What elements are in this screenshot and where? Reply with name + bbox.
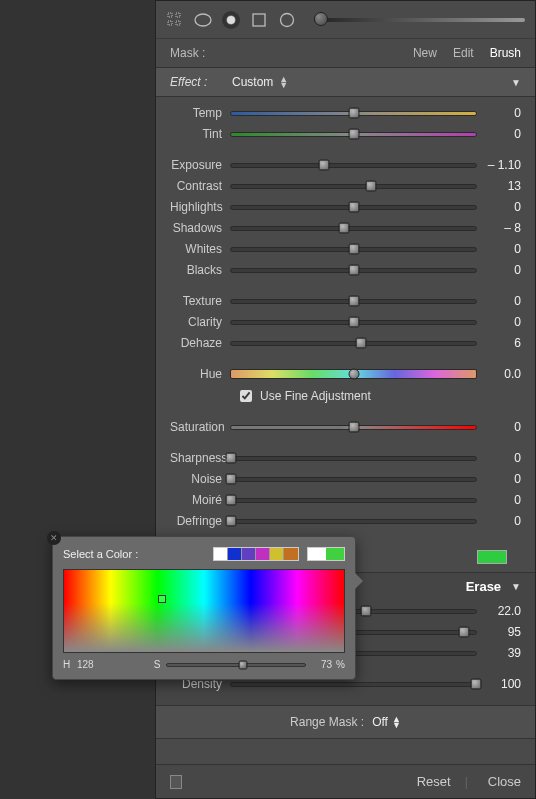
picker-s-value[interactable]: 73: [312, 659, 332, 670]
picker-swatch[interactable]: [326, 548, 344, 560]
blacks-label: Blacks: [170, 263, 230, 277]
effect-disclosure-icon[interactable]: ▼: [511, 77, 521, 88]
feather-value[interactable]: 95: [477, 625, 521, 639]
temp-slider[interactable]: [230, 111, 477, 116]
range-mask-value: Off: [372, 715, 388, 729]
shadows-value[interactable]: – 8: [477, 221, 521, 235]
tint-label: Tint: [170, 127, 230, 141]
effect-dropdown[interactable]: Custom ▲▼: [232, 75, 288, 89]
whites-slider[interactable]: [230, 247, 477, 252]
close-button[interactable]: Close: [488, 774, 521, 789]
texture-value[interactable]: 0: [477, 294, 521, 308]
picker-s-slider[interactable]: [166, 663, 306, 667]
shadows-slider[interactable]: [230, 226, 477, 231]
sharpness-value[interactable]: 0: [477, 451, 521, 465]
picker-swatch-row-alt: [307, 547, 345, 561]
highlights-slider[interactable]: [230, 205, 477, 210]
mask-label: Mask :: [170, 46, 205, 60]
contrast-slider[interactable]: [230, 184, 477, 189]
reset-button[interactable]: Reset: [417, 774, 451, 789]
fine-adjustment-checkbox[interactable]: [240, 390, 252, 402]
range-mask-label: Range Mask :: [290, 715, 364, 729]
color-picker-popover: ✕ Select a Color : H 128 S 73 %: [52, 536, 356, 680]
saturation-label: Saturation: [170, 420, 230, 434]
hue-slider[interactable]: [230, 369, 477, 379]
color-swatch[interactable]: [477, 550, 507, 564]
saturation-value[interactable]: 0: [477, 420, 521, 434]
picker-swatch[interactable]: [270, 548, 284, 560]
svg-rect-1: [176, 13, 180, 17]
tool-circle-icon[interactable]: [278, 11, 296, 29]
tool-oval-icon[interactable]: [194, 11, 212, 29]
tint-value[interactable]: 0: [477, 127, 521, 141]
texture-slider[interactable]: [230, 299, 477, 304]
panel-footer: Reset | Close: [156, 764, 535, 798]
exposure-value[interactable]: – 1.10: [477, 158, 521, 172]
tool-rect-icon[interactable]: [250, 11, 268, 29]
picker-swatch[interactable]: [214, 548, 228, 560]
saturation-slider[interactable]: [230, 425, 477, 430]
picker-swatch[interactable]: [256, 548, 270, 560]
flow-value[interactable]: 39: [477, 646, 521, 660]
tint-slider[interactable]: [230, 132, 477, 137]
svg-point-6: [281, 13, 294, 26]
moire-label: Moiré: [170, 493, 230, 507]
defringe-slider[interactable]: [230, 519, 477, 524]
picker-h-label: H: [63, 659, 73, 670]
density-value[interactable]: 100: [477, 677, 521, 691]
hue-label: Hue: [170, 367, 230, 381]
picker-s-label: S: [154, 659, 161, 670]
defringe-label: Defringe: [170, 514, 230, 528]
hue-value[interactable]: 0.0: [477, 367, 521, 381]
dropdown-arrows-icon: ▲▼: [279, 76, 288, 88]
exposure-label: Exposure: [170, 158, 230, 172]
clarity-label: Clarity: [170, 315, 230, 329]
texture-label: Texture: [170, 294, 230, 308]
moire-value[interactable]: 0: [477, 493, 521, 507]
picker-swatch[interactable]: [228, 548, 242, 560]
mask-tool-toolbar: [156, 1, 535, 39]
svg-rect-5: [253, 14, 265, 26]
contrast-value[interactable]: 13: [477, 179, 521, 193]
exposure-slider[interactable]: [230, 163, 477, 168]
picker-swatch[interactable]: [284, 548, 298, 560]
effect-row: Effect : Custom ▲▼ ▼: [156, 67, 535, 97]
picker-swatch[interactable]: [308, 548, 326, 560]
toolbar-amount-slider[interactable]: [314, 18, 525, 22]
mask-mode-row: Mask : New Edit Brush: [156, 39, 535, 67]
picker-swatch[interactable]: [242, 548, 256, 560]
picker-marker[interactable]: [158, 595, 166, 603]
svg-rect-2: [168, 21, 172, 25]
dehaze-slider[interactable]: [230, 341, 477, 346]
panel-switch-icon[interactable]: [170, 775, 182, 789]
noise-slider[interactable]: [230, 477, 477, 482]
mask-edit-link[interactable]: Edit: [453, 46, 474, 60]
dropdown-arrows-icon: ▲▼: [392, 716, 401, 728]
brush-disclosure-icon[interactable]: ▼: [511, 581, 521, 592]
tool-radial-icon[interactable]: [222, 11, 240, 29]
mask-brush-link[interactable]: Brush: [490, 46, 521, 60]
clarity-value[interactable]: 0: [477, 315, 521, 329]
tool-edit-pins-icon[interactable]: [166, 11, 184, 29]
temp-value[interactable]: 0: [477, 106, 521, 120]
blacks-value[interactable]: 0: [477, 263, 521, 277]
fine-adjustment-label: Use Fine Adjustment: [260, 389, 371, 403]
close-icon[interactable]: ✕: [47, 531, 61, 545]
noise-value[interactable]: 0: [477, 472, 521, 486]
dehaze-label: Dehaze: [170, 336, 230, 350]
defringe-value[interactable]: 0: [477, 514, 521, 528]
density-slider[interactable]: [230, 682, 477, 687]
dehaze-value[interactable]: 6: [477, 336, 521, 350]
picker-h-value[interactable]: 128: [77, 659, 94, 670]
whites-value[interactable]: 0: [477, 242, 521, 256]
sharpness-slider[interactable]: [230, 456, 477, 461]
mask-new-link[interactable]: New: [413, 46, 437, 60]
moire-slider[interactable]: [230, 498, 477, 503]
range-mask-dropdown[interactable]: Off ▲▼: [372, 715, 401, 729]
size-value[interactable]: 22.0: [477, 604, 521, 618]
highlights-value[interactable]: 0: [477, 200, 521, 214]
hue-saturation-field[interactable]: [63, 569, 345, 653]
blacks-slider[interactable]: [230, 268, 477, 273]
clarity-slider[interactable]: [230, 320, 477, 325]
highlights-label: Highlights: [170, 200, 230, 214]
